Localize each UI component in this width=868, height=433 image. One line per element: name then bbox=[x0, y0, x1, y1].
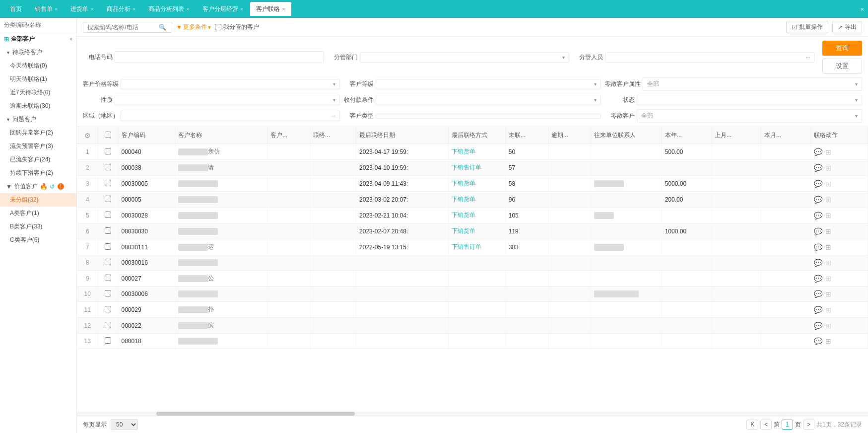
row-last-method[interactable] bbox=[449, 318, 506, 334]
sidebar-item-churned[interactable]: 已流失客户(24) bbox=[0, 153, 76, 166]
close-customer-contact-tab[interactable]: × bbox=[282, 6, 285, 12]
tab-home[interactable]: 首页 bbox=[4, 2, 28, 16]
last-method-link[interactable]: 下销售订单 bbox=[452, 164, 481, 171]
reset-button[interactable]: 设置 bbox=[822, 59, 862, 73]
my-customers-checkbox-input[interactable] bbox=[215, 24, 221, 30]
row-last-method[interactable]: 下销货单 bbox=[449, 176, 506, 192]
last-method-link[interactable]: 下销货单 bbox=[452, 148, 475, 155]
last-method-link[interactable]: 下销售订单 bbox=[452, 243, 481, 250]
nature-select[interactable]: ▾ bbox=[115, 95, 340, 105]
pending-group-header[interactable]: ▼ 待联络客户 bbox=[0, 46, 76, 59]
chat-icon[interactable]: 💬 bbox=[814, 259, 822, 267]
tab-product-analysis-list[interactable]: 商品分析列表 × bbox=[142, 2, 195, 16]
sidebar-item-tomorrow-pending[interactable]: 明天待联络(1) bbox=[0, 72, 76, 86]
app-grid-icon[interactable]: ⊞ bbox=[825, 148, 831, 156]
row-last-method[interactable] bbox=[449, 287, 506, 302]
prev-page-button[interactable]: < bbox=[760, 420, 772, 430]
customer-level-select[interactable]: ▾ bbox=[376, 79, 601, 89]
last-method-link[interactable]: 下销货单 bbox=[452, 196, 475, 203]
row-checkbox-input[interactable] bbox=[105, 306, 111, 312]
row-checkbox[interactable] bbox=[98, 318, 118, 334]
next-page-button[interactable]: > bbox=[803, 420, 814, 430]
row-last-method[interactable]: 下销货单 bbox=[449, 223, 506, 239]
manager-select[interactable]: ··· bbox=[605, 52, 814, 63]
chat-icon[interactable]: 💬 bbox=[814, 290, 822, 298]
app-grid-icon[interactable]: ⊞ bbox=[825, 259, 831, 267]
app-grid-icon[interactable]: ⊞ bbox=[825, 164, 831, 172]
row-checkbox-input[interactable] bbox=[105, 243, 111, 250]
chat-icon[interactable]: 💬 bbox=[814, 212, 822, 219]
sidebar-item-today-pending[interactable]: 今天待联络(0) bbox=[0, 59, 76, 72]
row-last-method[interactable]: 下销货单 bbox=[449, 192, 506, 208]
window-close-button[interactable]: × bbox=[860, 5, 864, 13]
app-grid-icon[interactable]: ⊞ bbox=[825, 290, 831, 298]
customer-type-select[interactable] bbox=[376, 114, 601, 119]
sidebar-search-input[interactable] bbox=[4, 21, 77, 28]
row-checkbox-input[interactable] bbox=[105, 148, 111, 154]
row-checkbox-input[interactable] bbox=[105, 322, 111, 328]
retail-customer-select[interactable]: 全部 ▾ bbox=[637, 109, 862, 123]
tab-customer-contact[interactable]: 客户联络 × bbox=[250, 2, 291, 16]
chat-icon[interactable]: 💬 bbox=[814, 322, 822, 330]
chat-icon[interactable]: 💬 bbox=[814, 148, 822, 156]
app-grid-icon[interactable]: ⊞ bbox=[825, 275, 831, 283]
sidebar-item-overdue-pending[interactable]: 逾期未联络(30) bbox=[0, 99, 76, 113]
row-checkbox[interactable] bbox=[98, 208, 118, 223]
row-checkbox[interactable] bbox=[98, 334, 118, 349]
row-checkbox[interactable] bbox=[98, 192, 118, 208]
row-checkbox-input[interactable] bbox=[105, 212, 111, 218]
app-grid-icon[interactable]: ⊞ bbox=[825, 243, 831, 251]
app-grid-icon[interactable]: ⊞ bbox=[825, 227, 831, 235]
value-group-header[interactable]: ▼ 价值客户 🔥 ↺ ! bbox=[0, 180, 76, 193]
sidebar-item-class-b[interactable]: B类客户(33) bbox=[0, 220, 76, 233]
row-last-method[interactable]: 下销售订单 bbox=[449, 239, 506, 255]
row-checkbox[interactable] bbox=[98, 271, 118, 287]
app-grid-icon[interactable]: ⊞ bbox=[825, 196, 831, 204]
row-last-method[interactable] bbox=[449, 302, 506, 318]
dept-select[interactable]: ▾ bbox=[360, 52, 569, 63]
main-search-icon[interactable]: 🔍 bbox=[159, 24, 166, 31]
chat-icon[interactable]: 💬 bbox=[814, 196, 822, 204]
payment-select[interactable]: ▾ bbox=[376, 95, 601, 105]
row-last-method[interactable] bbox=[449, 271, 506, 287]
app-grid-icon[interactable]: ⊞ bbox=[825, 322, 831, 330]
row-checkbox[interactable] bbox=[98, 160, 118, 176]
close-customer-segment-tab[interactable]: × bbox=[240, 6, 243, 12]
app-grid-icon[interactable]: ⊞ bbox=[825, 337, 831, 345]
app-grid-icon[interactable]: ⊞ bbox=[825, 212, 831, 219]
row-last-method[interactable]: 下销售订单 bbox=[449, 160, 506, 176]
row-last-method[interactable] bbox=[449, 334, 506, 349]
app-grid-icon[interactable]: ⊞ bbox=[825, 180, 831, 188]
app-grid-icon[interactable]: ⊞ bbox=[825, 306, 831, 314]
refresh-icon[interactable]: ↺ bbox=[50, 183, 55, 190]
sidebar-item-class-a[interactable]: A类客户(1) bbox=[0, 207, 76, 220]
horizontal-scrollbar[interactable] bbox=[77, 412, 868, 416]
close-product-analysis-list-tab[interactable]: × bbox=[186, 6, 189, 12]
sidebar-item-class-c[interactable]: C类客户(6) bbox=[0, 233, 76, 247]
row-checkbox-input[interactable] bbox=[105, 227, 111, 234]
chat-icon[interactable]: 💬 bbox=[814, 306, 822, 314]
area-select[interactable]: ··· bbox=[121, 111, 340, 121]
row-last-method[interactable]: 下销货单 bbox=[449, 208, 506, 223]
sidebar-item-abnormal[interactable]: 回购异常客户(2) bbox=[0, 126, 76, 140]
row-checkbox[interactable] bbox=[98, 302, 118, 318]
chat-icon[interactable]: 💬 bbox=[814, 227, 822, 235]
chat-icon[interactable]: 💬 bbox=[814, 164, 822, 172]
settings-icon[interactable]: ⚙ bbox=[84, 132, 91, 140]
problem-group-header[interactable]: ▼ 问题客户 bbox=[0, 113, 76, 126]
more-filter-button[interactable]: ▼ 更多条件 ▾ bbox=[176, 23, 211, 31]
row-checkbox[interactable] bbox=[98, 144, 118, 160]
tab-purchase[interactable]: 进货单 × bbox=[65, 2, 99, 16]
retail-attr-select[interactable]: 全部 ▾ bbox=[643, 77, 862, 91]
sidebar-item-declining[interactable]: 持续下滑客户(2) bbox=[0, 166, 76, 180]
tab-sales[interactable]: 销售单 × bbox=[29, 2, 64, 16]
col-header-checkbox[interactable] bbox=[98, 127, 118, 144]
phone-input[interactable] bbox=[115, 51, 324, 63]
sidebar-item-ungrouped[interactable]: 未分组(32) bbox=[0, 193, 76, 207]
close-product-analysis-tab[interactable]: × bbox=[133, 6, 135, 12]
row-checkbox[interactable] bbox=[98, 239, 118, 255]
chat-icon[interactable]: 💬 bbox=[814, 275, 822, 283]
row-checkbox[interactable] bbox=[98, 287, 118, 302]
sidebar-item-churn-warning[interactable]: 流失预警客户(3) bbox=[0, 140, 76, 153]
status-select[interactable]: ▾ bbox=[637, 95, 862, 105]
